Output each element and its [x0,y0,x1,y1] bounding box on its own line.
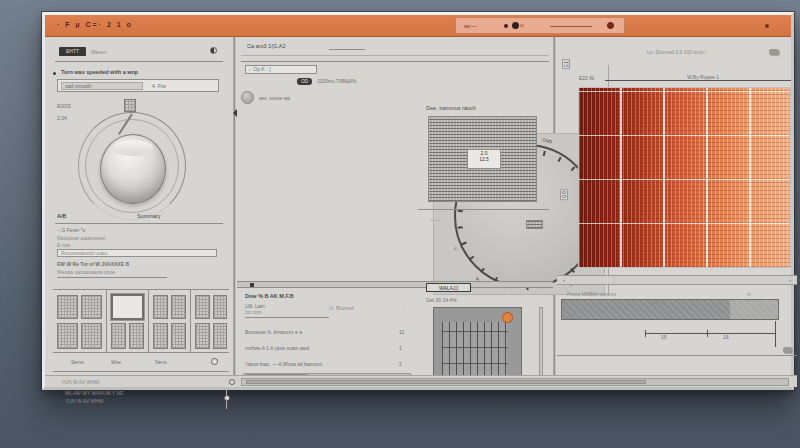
tile-4b[interactable] [213,295,227,319]
pattern-icon[interactable] [124,99,136,112]
middle-header: Ca aro3 1(G.A2 [247,43,286,49]
status-icon[interactable] [241,91,254,104]
tile-3c[interactable] [153,323,168,349]
position-input[interactable]: wall smooth 4. Pos [57,79,219,92]
scroll-right-icon[interactable]: › [789,277,791,283]
indicator-dot-2[interactable] [512,22,519,29]
preview-value-2: 12.5 [468,156,500,162]
bullet-icon [53,72,56,75]
bar-header: Prosa MMBW wwxxxx [567,291,616,297]
dial-tick [458,227,463,229]
op-field[interactable]: ⌐ Op K·: ] [245,65,317,74]
list-header: Dow % B AK M.F.B [245,293,294,299]
footer-radio-2[interactable] [224,395,230,401]
summary-input[interactable]: Rosuxewaxotd uxatu [57,249,217,257]
separator-handle[interactable] [250,283,254,287]
knob-code-label: E0000 [57,103,71,109]
titlebar-right-dot[interactable] [765,24,769,28]
list-center-label: U. Runner [329,305,354,311]
window-title: · F µ C=· 2 1 o [57,21,133,28]
scroll-left-icon[interactable]: ‹ [563,277,565,283]
titlebar-inset-label: wo·— [464,23,477,29]
tile-grid [53,289,229,353]
title-bar[interactable]: · F µ C=· 2 1 o wo·— ≈ [45,15,791,37]
tile-4c[interactable] [195,323,210,349]
preview-value-box: 2.0 12.5 [467,149,501,169]
progress-bar-tail [730,300,778,319]
heatmap-gridlines [579,88,790,267]
right-panel: Lu. Stunned 2.0 100 turot ! E1 GB E22 W.… [557,37,797,387]
main-hscrollbar-thumb[interactable] [246,380,646,384]
knob-value-label: 2.04 [57,115,67,121]
mode-chip[interactable]: EHTT [59,47,86,56]
wave-icon: ≈ [520,22,524,29]
list-row-3[interactable]: Yatxw brac. — A (Rxxa ad baxxxxx [245,361,390,367]
knob-marks: · ` [65,187,70,193]
mode-caption: Wanen [91,49,107,55]
dial-tick [458,210,463,212]
status-left-text: YUN W AV WHW [61,379,100,385]
tile-4d[interactable] [213,323,227,349]
knob-highlight [113,140,153,156]
position-input-value[interactable]: wall smooth [61,82,143,90]
grid-lines [442,322,508,380]
dial-label: CND [542,138,553,145]
od-badge-text: J200mu TAB&A% [317,78,357,84]
footer-line-2: WLAW WY WAXUM Y HE [65,390,124,396]
tile-1a[interactable] [57,295,78,319]
summary-row-1: ○ G Fever *s [57,227,85,233]
tile-2c[interactable] [111,323,126,349]
desktop-wall: · F µ C=· 2 1 o wo·— ≈ EHTT Wanen Turn w… [0,0,800,448]
list-row-1-num: 11 [399,329,404,335]
tile-3d[interactable] [171,323,186,349]
dial-label: ·L [452,246,458,252]
summary-sub-line: Wexaw xaxxaxwaxw xxxw [57,269,115,275]
main-hscrollbar[interactable] [241,378,789,386]
tile-selected[interactable] [111,294,144,320]
list-row-1[interactable]: Bxxxwxer A. Amaxxxx e a [245,329,390,335]
list-mark: · [403,305,405,311]
tile-2d[interactable] [129,323,144,349]
titlebar-control-group: wo·— ≈ [455,17,625,34]
axis-chip-2: GB [560,189,568,200]
splitter-left[interactable] [233,37,236,387]
plot-caption: Lu. Stunned 2.0 100 turot ! [647,49,706,55]
indicator-dot-1[interactable] [504,24,508,28]
dim-label-2: 16 [723,334,729,340]
tile-label-3[interactable]: Nens [155,359,167,365]
dial-tick [480,268,484,273]
tile-1c[interactable] [57,323,78,349]
od-badge: OD [297,78,312,85]
dial-tick [469,256,474,260]
grid-chip[interactable]: WALAJJ [426,283,471,292]
status-icon-circle[interactable] [229,379,235,385]
left-panel: EHTT Wanen Turn was speeded with a wnp w… [45,37,233,387]
plot-scroll-row[interactable]: ‹ › [557,275,797,285]
grid-header: Get 30 14.4% [426,297,457,303]
tile-3a[interactable] [153,295,168,319]
cursor-blob [783,347,792,353]
preview-header: Dee. trammus ráuch [426,105,476,111]
slider-track[interactable] [550,26,592,27]
tile-label-1[interactable]: Servs [71,359,84,365]
tile-1b[interactable] [81,295,102,319]
tile-radio[interactable] [211,358,218,365]
tile-3b[interactable] [171,295,186,319]
tile-4a[interactable] [195,295,210,319]
list-row-2-num: 1 [399,345,402,351]
knob-instruction: Turn was speeded with a wnp [61,69,138,75]
tile-label-2[interactable]: Wse [111,359,121,365]
summary-bold-line: EW W Re Tot of W JVAXXXE B [57,261,129,267]
summary-row-3: E row [57,242,70,248]
middle-panel: Ca aro3 1(G.A2 ⌐ Op K·: ] OD J200mu TAB&… [237,37,553,387]
heatmap[interactable] [578,87,791,268]
section-ab-label: A/B [57,213,66,219]
record-dot[interactable] [607,22,614,29]
summary-row-2: Rasudxaz aataxtwwer [57,235,106,241]
tile-1d[interactable] [81,323,102,349]
list-row-2[interactable]: mxhws A 1 A (axw xuam awd [245,345,390,351]
status-text: am. some wp [259,95,290,101]
pencil-icon[interactable] [769,49,779,55]
moon-icon[interactable] [210,47,217,54]
grid-status-dot[interactable] [502,312,513,323]
